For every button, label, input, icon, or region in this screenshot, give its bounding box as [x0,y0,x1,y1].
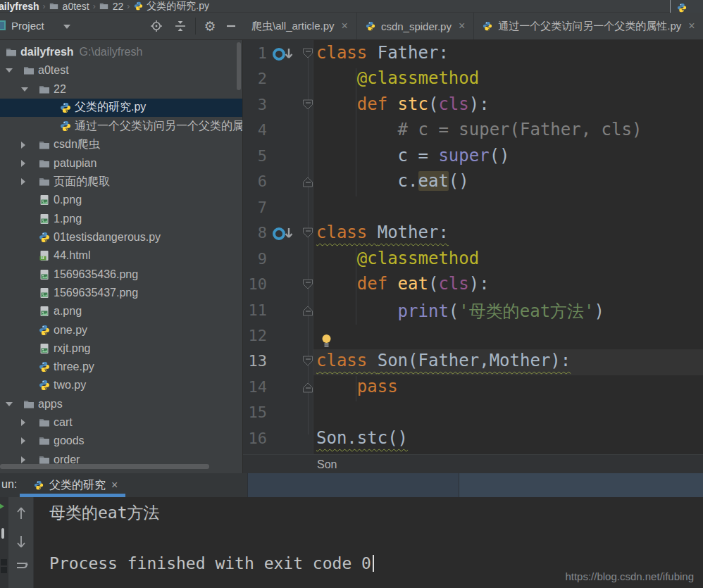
project-panel-title[interactable]: Project [11,20,44,32]
chevron-collapsed-icon[interactable] [21,160,25,167]
breadcrumb-item-2[interactable]: a0test [49,1,89,12]
line-number[interactable]: 6 [243,173,267,190]
editor-tab-3[interactable]: 通过一个父类访问另一个父类的属性.py× [474,13,703,39]
chevron-collapsed-icon[interactable] [21,178,25,185]
tree-item[interactable]: 1569635437.png [0,284,243,302]
code-line[interactable]: 10 def eat(cls): [243,273,703,299]
tree-item[interactable]: 0.png [0,191,243,209]
code-line[interactable]: 8class Mother: [243,221,703,247]
fold-region-start-icon[interactable] [302,227,314,242]
close-icon[interactable]: × [688,20,695,32]
line-number[interactable]: 11 [243,301,267,319]
line-number[interactable]: 1 [243,44,267,62]
line-number[interactable]: 16 [243,430,267,447]
tree-item[interactable]: two.py [0,376,243,394]
arrow-down-icon[interactable] [15,534,27,552]
code-line[interactable]: 1class Father: [243,42,703,68]
collapse-all-icon[interactable] [173,19,187,33]
tree-item[interactable]: a0test [0,61,243,80]
line-number[interactable]: 12 [243,327,267,344]
run-console[interactable]: 母类的eat方法Process finished with exit code … [0,497,703,588]
line-number[interactable]: 8 [243,224,267,242]
tree-item[interactable]: 01testisdangerous.py [0,228,243,246]
intention-bulb-icon[interactable] [321,334,332,351]
chevron-down-icon[interactable] [63,25,70,29]
tree-item[interactable]: 页面的爬取 [0,173,243,191]
fold-region-start-icon[interactable] [302,99,314,113]
line-number[interactable]: 3 [243,96,267,113]
close-icon[interactable]: × [459,20,465,32]
line-number[interactable]: 15 [243,404,267,421]
breadcrumb-item-3[interactable]: 22 [99,1,124,12]
close-icon[interactable]: × [111,479,118,492]
fold-region-start-icon[interactable] [302,356,314,370]
tree-item[interactable]: 22 [0,80,243,99]
chevron-expanded-icon[interactable] [6,402,13,406]
tree-item[interactable]: rxjt.png [0,339,243,358]
code-line[interactable]: 2 @classmethod [243,67,703,93]
tree-item[interactable]: 父类的研究.py [0,99,243,117]
fold-region-end-icon[interactable] [302,305,314,319]
code-editor[interactable]: 1class Father:2 @classmethod3 def stc(cl… [243,40,703,454]
editor-tab-2[interactable]: csdn_spider.py× [357,13,474,39]
breadcrumb-item-4[interactable]: 父类的研究.py [133,0,209,13]
tree-item[interactable]: goods [0,432,243,450]
chevron-collapsed-icon[interactable] [21,456,25,463]
code-line[interactable]: 6 c.eat() [243,170,703,196]
overridden-marker-icon[interactable] [273,46,294,65]
skip-icon[interactable] [15,559,29,576]
toolbar-partial-icon[interactable] [1,559,7,565]
editor-tab-1[interactable]: 爬虫\all_article.py× [243,13,357,39]
fold-region-start-icon[interactable] [302,48,314,62]
code-line[interactable]: 4 # c = super(Father, cls) [243,118,703,144]
arrow-up-icon[interactable] [15,506,27,524]
line-number[interactable]: 9 [243,250,267,268]
tree-item[interactable]: three.py [0,358,243,376]
fold-region-end-icon[interactable] [302,176,314,190]
code-line[interactable]: 3 def stc(cls): [243,93,703,119]
code-line[interactable]: 12 [243,324,703,350]
toolbar-partial-icon[interactable] [1,528,4,539]
line-number[interactable]: 10 [243,275,267,293]
tree-item[interactable]: 通过一个父类访问另一个父类的属性.p [0,117,243,135]
settings-gear-icon[interactable]: ⚙ [203,19,217,33]
tree-item[interactable]: cart [0,413,243,432]
code-line[interactable]: 7 [243,196,703,222]
tree-item[interactable]: order [0,451,243,469]
line-number[interactable]: 13 [243,352,267,370]
chevron-collapsed-icon[interactable] [21,437,25,444]
fold-region-start-icon[interactable] [302,279,314,293]
hide-panel-icon[interactable] [224,19,238,33]
chevron-expanded-icon[interactable] [21,87,28,92]
tree-item[interactable]: dailyfreshG:\dailyfresh [0,43,243,61]
line-number[interactable]: 7 [243,199,267,216]
overridden-marker-icon[interactable] [273,225,294,245]
rerun-icon[interactable] [0,501,4,511]
code-line[interactable]: 13class Son(Father,Mother): [243,349,703,375]
chevron-collapsed-icon[interactable] [21,419,25,426]
line-number[interactable]: 5 [243,147,267,165]
line-number[interactable]: 14 [243,378,267,396]
code-line[interactable]: 9 @classmethod [243,247,703,273]
code-line[interactable]: 11 print('母类的eat方法') [243,299,703,325]
code-line[interactable]: 16Son.stc() [243,427,703,453]
line-number[interactable]: 4 [243,121,267,139]
chevron-expanded-icon[interactable] [6,68,13,73]
breadcrumb-item-1[interactable]: ailyfresh [1,1,39,12]
breadcrumb-item[interactable]: Son [317,458,337,470]
tree-item[interactable]: H44.html [0,246,243,265]
code-line[interactable]: 5 c = super() [243,144,703,170]
chevron-collapsed-icon[interactable] [21,142,25,149]
code-line[interactable]: 15 [243,401,703,427]
tree-item[interactable]: 1.png [0,210,243,228]
fold-region-end-icon[interactable] [302,382,314,396]
tree-item[interactable]: csdn爬虫 [0,136,243,154]
tree-item[interactable]: patupian [0,154,243,173]
close-icon[interactable]: × [342,20,348,32]
locate-file-icon[interactable] [149,19,163,33]
editor-breadcrumb[interactable]: Son [243,454,703,473]
tree-item[interactable]: 1569635436.png [0,265,243,284]
tree-item[interactable]: apps [0,395,243,413]
tree-item[interactable]: one.py [0,321,243,339]
line-number[interactable]: 2 [243,70,267,87]
